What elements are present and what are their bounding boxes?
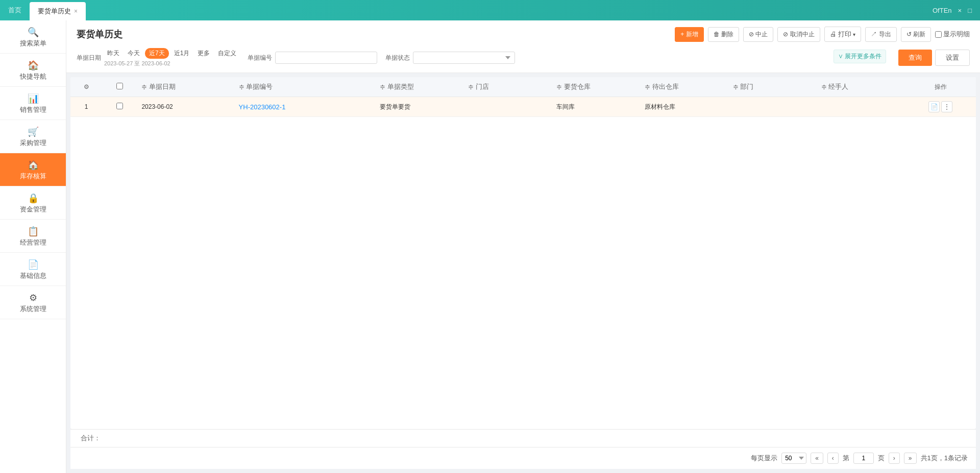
th-req-wh: ≑ 要货仓库	[552, 77, 641, 97]
table-header-row: ⚙ ≑ 单据日期 ≑ 单据编号 ≑ 单据类型 ≑ 门店 ≑ 要货仓库 ≑ 待出仓…	[70, 77, 976, 97]
filter-date-group: 单据日期 昨天 今天 近7天 近1月 更多 自定义 2023-05-27 至 2…	[77, 48, 239, 67]
finance-icon: 🔒	[28, 194, 39, 203]
th-check	[102, 77, 137, 97]
cell-seq: 1	[70, 97, 102, 117]
page-title-row: 要货单历史 + 新增 🗑 删除 ⊘ 中止 ⊘ 取消中止 🖨 打印 ▾ ↗ 导出 …	[77, 27, 970, 42]
cancel-stop-button[interactable]: ⊘ 取消中止	[777, 27, 820, 42]
content-area: 要货单历史 + 新增 🗑 删除 ⊘ 中止 ⊘ 取消中止 🖨 打印 ▾ ↗ 导出 …	[66, 20, 980, 473]
page-label-pre: 第	[843, 454, 849, 463]
cell-store	[464, 97, 552, 117]
sidebar-item-sales[interactable]: 📊 销售管理	[0, 87, 66, 120]
last-page-button[interactable]: »	[904, 453, 917, 464]
delete-button[interactable]: 🗑 删除	[708, 27, 739, 42]
th-settings[interactable]: ⚙	[70, 77, 102, 97]
select-all-checkbox[interactable]	[116, 83, 123, 89]
table-footer: 合计：	[70, 429, 976, 447]
cell-req-wh: 车间库	[552, 97, 641, 117]
status-label: 单据状态	[385, 54, 410, 62]
top-bar: 要货单历史 首页 要货单历史 × OfTEn × □	[0, 0, 980, 20]
th-type: ≑ 单据类型	[376, 77, 464, 97]
window-close-icon[interactable]: ×	[958, 7, 962, 14]
toolbar: + 新增 🗑 删除 ⊘ 中止 ⊘ 取消中止 🖨 打印 ▾ ↗ 导出 ↺ 刷新 显…	[675, 27, 970, 42]
row-checkbox[interactable]	[116, 103, 123, 109]
docno-input[interactable]	[275, 52, 377, 64]
refresh-button[interactable]: ↺ 刷新	[901, 27, 931, 42]
table-row: 1 2023-06-02 YH-20230602-1 要货单要货 车间库 原材料…	[70, 97, 976, 117]
top-bar-right: OfTEn × □	[933, 7, 980, 14]
table-wrapper: ⚙ ≑ 单据日期 ≑ 单据编号 ≑ 单据类型 ≑ 门店 ≑ 要货仓库 ≑ 待出仓…	[70, 77, 976, 429]
cell-ops: 📄 ⋮	[905, 97, 976, 117]
th-target-wh: ≑ 待出仓库	[641, 77, 729, 97]
page-number-input[interactable]	[853, 453, 874, 464]
first-page-button[interactable]: «	[811, 453, 823, 464]
cell-no: YH-20230602-1	[235, 97, 376, 117]
system-icon: ⚙	[29, 293, 37, 302]
date-options: 昨天 今天 近7天 近1月 更多 自定义	[104, 48, 239, 59]
sidebar-item-label: 搜索菜单	[20, 39, 46, 48]
summary-label: 合计：	[81, 434, 101, 442]
operations-icon: 📋	[28, 227, 39, 236]
sidebar-item-quick-nav[interactable]: 🏠 快捷导航	[0, 54, 66, 87]
export-button[interactable]: ↗ 导出	[865, 27, 896, 42]
row-view-button[interactable]: 📄	[928, 101, 940, 112]
date-option-7days[interactable]: 近7天	[145, 48, 169, 59]
settings-button[interactable]: 设置	[935, 50, 970, 66]
date-option-today[interactable]: 今天	[125, 48, 143, 59]
print-dropdown-icon: ▾	[853, 32, 855, 37]
cell-target-wh: 原材料仓库	[641, 97, 729, 117]
date-option-more[interactable]: 更多	[194, 48, 213, 59]
date-option-1month[interactable]: 近1月	[171, 48, 193, 59]
total-info: 共1页，1条记录	[921, 454, 968, 463]
table-body: 1 2023-06-02 YH-20230602-1 要货单要货 车间库 原材料…	[70, 97, 976, 117]
cell-date: 2023-06-02	[137, 97, 234, 117]
base-info-icon: 📄	[28, 260, 39, 269]
tab-home[interactable]: 要货单历史 首页	[0, 0, 30, 20]
close-tab-icon[interactable]: ×	[74, 8, 78, 15]
date-option-yesterday[interactable]: 昨天	[104, 48, 122, 59]
doc-no-link[interactable]: YH-20230602-1	[239, 103, 286, 111]
sidebar-item-label: 基础信息	[20, 271, 46, 280]
sidebar-item-finance[interactable]: 🔒 资金管理	[0, 186, 66, 220]
sidebar-item-base-info[interactable]: 📄 基础信息	[0, 253, 66, 286]
sidebar: 🔍 搜索菜单 🏠 快捷导航 📊 销售管理 🛒 采购管理 🏠 库存核算 🔒 资金管…	[0, 20, 66, 473]
per-page-select[interactable]: 20 50 100	[781, 453, 806, 464]
sidebar-item-purchase[interactable]: 🛒 采购管理	[0, 120, 66, 153]
inventory-icon: 🏠	[28, 160, 39, 170]
date-option-custom[interactable]: 自定义	[215, 48, 239, 59]
next-page-button[interactable]: ›	[889, 453, 900, 464]
prev-page-button[interactable]: ‹	[827, 453, 839, 464]
sales-icon: 📊	[28, 94, 39, 103]
sidebar-item-inventory[interactable]: 🏠 库存核算	[0, 153, 66, 186]
sidebar-item-label: 采购管理	[20, 138, 46, 148]
tab-requisition-history[interactable]: 要货单历史 ×	[30, 2, 86, 20]
docno-label: 单据编号	[248, 54, 272, 62]
display-detail-checkbox[interactable]: 显示明细	[935, 30, 970, 39]
new-button[interactable]: + 新增	[675, 27, 703, 42]
sidebar-item-label: 销售管理	[20, 105, 46, 114]
sidebar-item-label: 系统管理	[20, 304, 46, 314]
th-date: ≑ 单据日期	[137, 77, 234, 97]
sidebar-item-operations[interactable]: 📋 经营管理	[0, 220, 66, 253]
sidebar-item-system[interactable]: ⚙ 系统管理	[0, 286, 66, 319]
sidebar-item-label: 库存核算	[20, 172, 46, 181]
th-dept: ≑ 部门	[729, 77, 817, 97]
status-select[interactable]	[413, 52, 515, 64]
page-title: 要货单历史	[77, 28, 122, 40]
main-layout: 🔍 搜索菜单 🏠 快捷导航 📊 销售管理 🛒 采购管理 🏠 库存核算 🔒 资金管…	[0, 20, 980, 473]
cell-handler	[817, 97, 905, 117]
expand-more-button[interactable]: ∨ 展开更多条件	[834, 50, 886, 63]
print-button[interactable]: 🖨 打印 ▾	[824, 27, 862, 42]
filter-area: 单据日期 昨天 今天 近7天 近1月 更多 自定义 2023-05-27 至 2…	[77, 48, 970, 73]
cell-type: 要货单要货	[376, 97, 464, 117]
sidebar-item-label: 快捷导航	[20, 72, 46, 81]
search-button[interactable]: 查询	[898, 50, 932, 66]
row-more-button[interactable]: ⋮	[941, 101, 952, 112]
display-detail-input[interactable]	[935, 31, 942, 38]
stop-button[interactable]: ⊘ 中止	[743, 27, 773, 42]
purchase-icon: 🛒	[28, 127, 39, 136]
search-menu-icon: 🔍	[28, 28, 39, 37]
sidebar-item-search-menu[interactable]: 🔍 搜索菜单	[0, 20, 66, 54]
window-maximize-icon[interactable]: □	[968, 7, 972, 14]
th-store: ≑ 门店	[464, 77, 552, 97]
cell-check	[102, 97, 137, 117]
